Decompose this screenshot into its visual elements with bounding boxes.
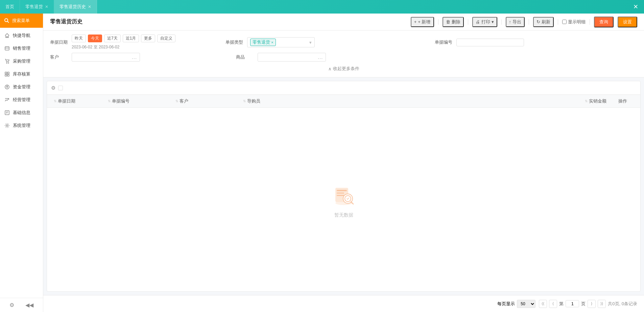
customer-input[interactable] xyxy=(75,55,132,60)
sidebar-item-sales[interactable]: 销售管理 xyxy=(0,42,43,55)
filter-goods-field: 商品 … xyxy=(236,53,415,62)
goods-input[interactable] xyxy=(261,55,317,60)
volume-button[interactable]: ◀◀ xyxy=(25,302,33,308)
page-number-input[interactable] xyxy=(566,300,579,307)
per-page-select[interactable]: 20 50 100 200 xyxy=(517,300,535,308)
sidebar-footer: ⚙ ◀◀ xyxy=(0,298,43,312)
voucher-type-input[interactable]: 零售退货 × ▾ xyxy=(247,37,315,47)
sidebar-search[interactable]: 搜索菜单 xyxy=(0,14,43,28)
sidebar-item-system[interactable]: 系统管理 xyxy=(0,119,43,132)
sidebar-item-basic[interactable]: 基础信息 xyxy=(0,106,43,119)
date-filter: 昨天 今天 近7天 近1月 更多 自定义 2023-06-02 至 2023-0… xyxy=(72,35,219,50)
date-btn-today[interactable]: 今天 xyxy=(88,35,102,42)
voucher-type-dropdown-icon[interactable]: ▾ xyxy=(309,40,312,45)
sidebar-item-operations[interactable]: 经营管理 xyxy=(0,93,43,106)
sidebar-item-quick-nav[interactable]: 快捷导航 xyxy=(0,29,43,42)
sidebar-search-label: 搜索菜单 xyxy=(12,18,30,24)
tab-retail-return-close[interactable]: ✕ xyxy=(45,4,48,9)
goods-input-wrap: … xyxy=(258,53,326,62)
print-label: 打印 xyxy=(481,19,490,25)
page-title: 零售退货历史 xyxy=(50,18,82,25)
header-actions: + + 新增 🗑 删除 🖨 打印 ▾ ↑ 导出 xyxy=(411,17,637,27)
svg-point-0 xyxy=(5,19,8,22)
tab-home-label: 首页 xyxy=(5,4,14,10)
query-label: 查询 xyxy=(599,19,608,25)
page-header: 零售退货历史 + + 新增 🗑 删除 🖨 打印 ▾ xyxy=(43,14,644,30)
page-total-text: 共0页, 0条记录 xyxy=(608,301,637,307)
voucher-type-tag-close[interactable]: × xyxy=(271,40,273,44)
show-detail-checkbox[interactable] xyxy=(562,20,567,24)
date-btn-custom[interactable]: 自定义 xyxy=(157,35,175,42)
th-guide-label: 导购员 xyxy=(247,98,260,104)
th-action: 操作 xyxy=(609,98,636,104)
tab-home[interactable]: 首页 xyxy=(0,0,20,14)
th-action-label: 操作 xyxy=(618,98,627,104)
date-range-text: 2023-06-02 至 2023-06-02 xyxy=(72,44,119,50)
svg-rect-6 xyxy=(7,72,9,74)
date-btn-more[interactable]: 更多 xyxy=(141,35,155,42)
date-btn-yesterday[interactable]: 昨天 xyxy=(72,35,86,42)
svg-rect-15 xyxy=(337,193,344,194)
nav-label-operations: 经营管理 xyxy=(13,97,30,103)
sort-date-icon[interactable]: ⇅ xyxy=(54,99,56,103)
show-detail-label: 显示明细 xyxy=(568,19,586,25)
page-last-button[interactable]: ⟩⟩ xyxy=(598,300,606,308)
collapse-label: 收起更多条件 xyxy=(333,66,359,72)
refresh-label: 刷新 xyxy=(542,19,550,25)
settings-action-button[interactable]: 设置 xyxy=(618,17,637,27)
voucher-type-label: 单据类型 xyxy=(225,39,244,45)
new-icon: + xyxy=(414,19,417,24)
operations-icon xyxy=(4,97,10,103)
nav-label-basic: 基础信息 xyxy=(13,110,30,116)
sidebar-nav: 快捷导航 销售管理 采 xyxy=(0,28,43,298)
show-detail-checkbox-wrap[interactable]: 显示明细 xyxy=(562,19,586,25)
svg-rect-2 xyxy=(5,47,9,50)
table-header: ⇅ 单据日期 ⇅ 单据编号 ⇅ 客户 ⇅ 导购员 ⇅ 实销金额 xyxy=(47,95,640,108)
th-amount-label: 实销金额 xyxy=(589,98,606,104)
tab-retail-return-history[interactable]: 零售退货历史 ✕ xyxy=(54,0,97,14)
page-next-button[interactable]: ⟩ xyxy=(588,300,596,308)
date-btn-7days[interactable]: 近7天 xyxy=(104,35,121,42)
new-label: + 新增 xyxy=(418,19,430,25)
filter-date-field: 单据日期 昨天 今天 近7天 近1月 更多 自定义 2023-06-02 至 2… xyxy=(50,35,219,50)
window-close-button[interactable]: ✕ xyxy=(627,0,644,14)
refresh-button[interactable]: ↻ 刷新 xyxy=(533,17,554,27)
sidebar-item-purchase[interactable]: 采购管理 xyxy=(0,55,43,68)
pagination: 每页显示 20 50 100 200 ⟨⟨ ⟨ 第 页 ⟩ ⟩⟩ 共0页, 0条… xyxy=(43,295,644,312)
sort-voucher-icon[interactable]: ⇅ xyxy=(108,99,111,103)
th-amount: ⇅ 实销金额 xyxy=(569,98,609,104)
settings-button[interactable]: ⚙ xyxy=(9,302,14,308)
collapse-button[interactable]: ∧ 收起更多条件 xyxy=(50,64,637,73)
print-button[interactable]: 🖨 打印 ▾ xyxy=(472,17,497,27)
sort-guide-icon[interactable]: ⇅ xyxy=(243,99,246,103)
page-first-button[interactable]: ⟨⟨ xyxy=(539,300,547,308)
export-button[interactable]: ↑ 导出 xyxy=(506,17,525,27)
query-button[interactable]: 查询 xyxy=(594,17,614,27)
sort-customer-icon[interactable]: ⇅ xyxy=(175,99,178,103)
nav-label-sales: 销售管理 xyxy=(13,45,30,51)
table-settings-icon[interactable]: ⚙ xyxy=(51,85,55,91)
voucher-no-input[interactable] xyxy=(459,40,521,45)
svg-rect-5 xyxy=(5,72,7,74)
sidebar-item-inventory[interactable]: 库存核算 xyxy=(0,68,43,81)
date-filter-label: 单据日期 xyxy=(50,39,69,45)
page-prev-button[interactable]: ⟨ xyxy=(549,300,557,308)
settings-action-label: 设置 xyxy=(623,19,632,25)
collapse-row: ∧ 收起更多条件 xyxy=(50,64,637,73)
new-button[interactable]: + + 新增 xyxy=(411,17,434,27)
customer-input-more-icon[interactable]: … xyxy=(132,54,137,60)
date-btn-1month[interactable]: 近1月 xyxy=(123,35,139,42)
divider-1 xyxy=(438,19,438,25)
goods-input-more-icon[interactable]: … xyxy=(317,54,323,60)
delete-button[interactable]: 🗑 删除 xyxy=(443,17,464,27)
voucher-no-label: 单据编号 xyxy=(435,39,454,45)
sort-amount-icon[interactable]: ⇅ xyxy=(585,99,588,103)
filter-area: 单据日期 昨天 今天 近7天 近1月 更多 自定义 2023-06-02 至 2… xyxy=(43,30,644,77)
page-label: 第 xyxy=(559,301,564,307)
divider-5 xyxy=(558,19,558,25)
tab-retail-return-history-close[interactable]: ✕ xyxy=(88,4,91,9)
select-all-checkbox[interactable] xyxy=(58,86,63,90)
tab-retail-return[interactable]: 零售退货 ✕ xyxy=(20,0,54,14)
sidebar-item-finance[interactable]: 资金管理 xyxy=(0,81,43,93)
page-navigation: ⟨⟨ ⟨ 第 页 ⟩ ⟩⟩ 共0页, 0条记录 xyxy=(539,300,637,308)
